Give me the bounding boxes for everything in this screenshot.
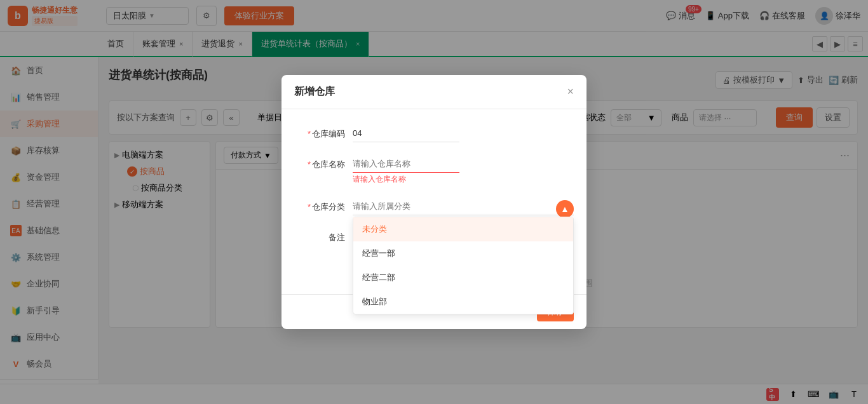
name-label: 仓库名称 (294, 155, 345, 170)
category-option-ops1[interactable]: 经营一部 (353, 241, 573, 266)
name-input[interactable] (353, 155, 459, 173)
form-row-code: 仓库编码 (294, 125, 574, 142)
note-label: 备注 (294, 228, 345, 243)
category-option-ops2[interactable]: 经营二部 (353, 266, 573, 290)
category-label: 仓库分类 (294, 198, 345, 213)
form-row-category: 仓库分类 ▲ 未分类 经营一部 经营二部 物业部 (294, 198, 574, 215)
category-dropdown: 未分类 经营一部 经营二部 物业部 (353, 217, 574, 314)
name-input-wrap: 请输入仓库名称 (353, 155, 574, 185)
code-input-wrap (353, 125, 574, 142)
modal-body: 仓库编码 仓库名称 请输入仓库名称 仓库分类 ▲ (281, 109, 587, 294)
code-input[interactable] (353, 125, 459, 142)
category-toggle-button[interactable]: ▲ (556, 200, 574, 218)
name-error-text: 请输入仓库名称 (353, 174, 574, 185)
modal-overlay[interactable]: 新增仓库 × 仓库编码 仓库名称 请输入仓库名称 仓库分类 (0, 0, 868, 404)
add-warehouse-modal: 新增仓库 × 仓库编码 仓库名称 请输入仓库名称 仓库分类 (281, 75, 587, 329)
modal-close-button[interactable]: × (567, 85, 574, 98)
modal-title: 新增仓库 (294, 85, 335, 98)
category-option-unclassified[interactable]: 未分类 (353, 217, 573, 241)
modal-header: 新增仓库 × (281, 75, 587, 109)
category-input-wrap: ▲ 未分类 经营一部 经营二部 物业部 (353, 198, 574, 215)
form-row-name: 仓库名称 请输入仓库名称 (294, 155, 574, 185)
code-label: 仓库编码 (294, 125, 345, 140)
category-option-property[interactable]: 物业部 (353, 290, 573, 314)
category-input[interactable] (353, 198, 574, 215)
